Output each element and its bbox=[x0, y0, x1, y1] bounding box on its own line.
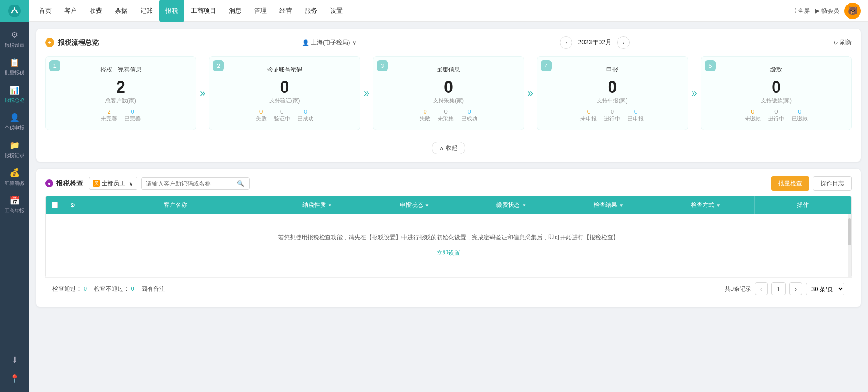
step-bignum-3: 0 bbox=[381, 77, 516, 97]
table-header: ⚙ 客户名称 纳税性质 ▼ 申报状态 ▼ 缴费状态 ▼ bbox=[46, 196, 851, 214]
date-next-button[interactable]: › bbox=[617, 36, 630, 49]
th-check-result[interactable]: 检查结果 ▼ bbox=[560, 196, 657, 214]
th-tax-nature-label: 纳税性质 bbox=[302, 201, 326, 209]
tax-bureau-selector[interactable]: 👤 上海(电子税局) ∨ bbox=[302, 38, 357, 47]
refresh-button[interactable]: ↻ 刷新 bbox=[833, 38, 852, 47]
header-actions: 批量检查 操作日志 bbox=[771, 176, 852, 191]
sidebar-batch-tax-label: 批量报税 bbox=[5, 69, 24, 76]
search-button[interactable]: 🔍 bbox=[232, 178, 249, 189]
sidebar-item-location[interactable]: 📍 bbox=[8, 369, 21, 388]
nav-home[interactable]: 首页 bbox=[33, 0, 58, 22]
date-text: 2023年02月 bbox=[578, 38, 612, 47]
search-input[interactable] bbox=[142, 178, 232, 189]
step-title-2: 验证账号密码 bbox=[217, 66, 352, 74]
step-stat-num-5-0: 0 bbox=[745, 108, 761, 115]
step-stat-num-4-0: 0 bbox=[580, 108, 597, 115]
pass-count-link[interactable]: 0 bbox=[84, 285, 87, 292]
settlement-icon: 💰 bbox=[9, 168, 19, 178]
step-bignum-1: 2 bbox=[53, 77, 189, 97]
step-card-5: 5 缴款 0 支持缴款(家) 0 未缴款 0 进行中 bbox=[701, 56, 852, 130]
step-stat-num-2-1: 0 bbox=[274, 108, 290, 115]
step-sub-2: 支持验证(家) bbox=[217, 97, 352, 105]
step-stat-num-4-1: 0 bbox=[604, 108, 620, 115]
step-stat-num-2-2: 0 bbox=[297, 108, 314, 115]
step-title-3: 采集信息 bbox=[381, 66, 516, 74]
sidebar-item-batch-tax[interactable]: 📋 批量报税 bbox=[0, 53, 29, 81]
step-arrow-3: » bbox=[524, 56, 537, 130]
footer-right: 共0条记录 ‹ 1 › 30 条/页 bbox=[725, 282, 844, 295]
nav-client[interactable]: 客户 bbox=[58, 0, 83, 22]
step-stat-5-2: 0 已缴款 bbox=[792, 108, 808, 123]
collapse-button[interactable]: ∧ 收起 bbox=[432, 142, 465, 154]
search-input-wrap: 🔍 bbox=[141, 177, 250, 190]
th-tax-nature[interactable]: 纳税性质 ▼ bbox=[269, 196, 366, 214]
sidebar-item-settlement[interactable]: 💰 汇算清缴 bbox=[0, 163, 29, 191]
step-num-3: 3 bbox=[377, 60, 388, 71]
operation-log-button[interactable]: 操作日志 bbox=[813, 176, 852, 191]
th-check-method[interactable]: 检查方式 ▼ bbox=[657, 196, 754, 214]
step-arrow-2: » bbox=[360, 56, 373, 130]
fail-count-link[interactable]: 0 bbox=[131, 285, 134, 292]
member-button[interactable]: ▶ 畅会员 bbox=[815, 7, 839, 15]
scrollbar-thumb[interactable] bbox=[848, 218, 851, 245]
sidebar-item-annual-report[interactable]: 📅 工商年报 bbox=[0, 191, 29, 219]
nav-invoice[interactable]: 票据 bbox=[108, 0, 134, 22]
nav-settings[interactable]: 设置 bbox=[324, 0, 349, 22]
nav-account[interactable]: 记账 bbox=[134, 0, 159, 22]
nav-tax[interactable]: 报税 bbox=[159, 0, 184, 22]
th-settings[interactable]: ⚙ bbox=[64, 196, 82, 214]
step-bignum-5: 0 bbox=[708, 77, 844, 97]
date-prev-button[interactable]: ‹ bbox=[560, 36, 572, 49]
step-stat-3-0: 0 失败 bbox=[420, 108, 430, 123]
select-all-checkbox[interactable] bbox=[52, 202, 58, 208]
step-arrow-4: » bbox=[688, 56, 701, 130]
step-stat-num-1-0: 2 bbox=[101, 108, 117, 115]
scrollbar[interactable] bbox=[848, 214, 851, 277]
footer-pass: 检查通过： 0 bbox=[52, 285, 87, 293]
steps-row: 1 授权、完善信息 2 总客户数(家) 2 未完善 0 已完善 bbox=[45, 56, 852, 130]
setup-link[interactable]: 立即设置 bbox=[55, 247, 842, 259]
fullscreen-button[interactable]: ⛶ 全屏 bbox=[790, 7, 810, 15]
sidebar-settlement-label: 汇算清缴 bbox=[5, 180, 24, 186]
th-checkbox[interactable] bbox=[46, 196, 64, 214]
sidebar-item-download[interactable]: ⬇ bbox=[8, 350, 21, 369]
sidebar-item-tax-overview[interactable]: 📊 报税总览 bbox=[0, 81, 29, 108]
note-label: 囧有备注 bbox=[142, 285, 165, 292]
th-pay-status[interactable]: 缴费状态 ▼ bbox=[463, 196, 560, 214]
step-stat-2-2: 0 已成功 bbox=[297, 108, 314, 123]
next-page-button[interactable]: › bbox=[789, 282, 802, 295]
nav-service[interactable]: 服务 bbox=[298, 0, 324, 22]
step-title-4: 申报 bbox=[544, 66, 680, 74]
check-method-filter-icon: ▼ bbox=[716, 203, 721, 208]
avatar[interactable]: 🐻 bbox=[844, 3, 861, 19]
nav-fee[interactable]: 收费 bbox=[83, 0, 108, 22]
step-stat-2-0: 0 失败 bbox=[256, 108, 267, 123]
sidebar-personal-tax-label: 个税申报 bbox=[5, 124, 24, 131]
nav-manage[interactable]: 管理 bbox=[248, 0, 273, 22]
th-declare-status[interactable]: 申报状态 ▼ bbox=[366, 196, 463, 214]
prev-page-button[interactable]: ‹ bbox=[755, 282, 768, 295]
step-stats-3: 0 失败 0 未采集 0 已成功 bbox=[381, 108, 516, 123]
nav-message[interactable]: 消息 bbox=[222, 0, 248, 22]
sidebar-item-tax-settings[interactable]: ⚙ 报税设置 bbox=[0, 25, 29, 53]
step-num-4: 4 bbox=[541, 60, 552, 71]
step-card-3: 3 采集信息 0 支持采集(家) 0 失败 0 未采集 bbox=[373, 56, 524, 130]
nav-biz[interactable]: 工商项目 bbox=[184, 0, 222, 22]
tax-nature-filter-icon: ▼ bbox=[328, 203, 332, 208]
step-stat-label-3-0: 失败 bbox=[420, 115, 430, 123]
collapse-row: ∧ 收起 bbox=[45, 136, 852, 154]
emp-select[interactable]: 员 全部员工 ∨ bbox=[89, 177, 137, 190]
step-card-4: 4 申报 0 支持申报(家) 0 未申报 0 进行中 bbox=[537, 56, 688, 130]
nav-items: 首页 客户 收费 票据 记账 报税 工商项目 消息 管理 经营 服务 设置 bbox=[29, 0, 790, 22]
batch-check-button[interactable]: 批量检查 bbox=[771, 176, 809, 191]
step-stat-5-1: 0 进行中 bbox=[768, 108, 784, 123]
step-card-1: 1 授权、完善信息 2 总客户数(家) 2 未完善 0 已完善 bbox=[45, 56, 196, 130]
nav-operation[interactable]: 经营 bbox=[273, 0, 298, 22]
per-page-select[interactable]: 30 条/页 bbox=[806, 283, 844, 295]
step-title-5: 缴款 bbox=[708, 66, 844, 74]
sidebar-item-tax-record[interactable]: 📁 报税记录 bbox=[0, 136, 29, 163]
collapse-label: 收起 bbox=[446, 144, 458, 152]
emp-filter-label: 全部员工 bbox=[102, 179, 125, 187]
sidebar-item-personal-tax[interactable]: 👤 个税申报 bbox=[0, 108, 29, 136]
step-stat-num-4-2: 0 bbox=[627, 108, 644, 115]
